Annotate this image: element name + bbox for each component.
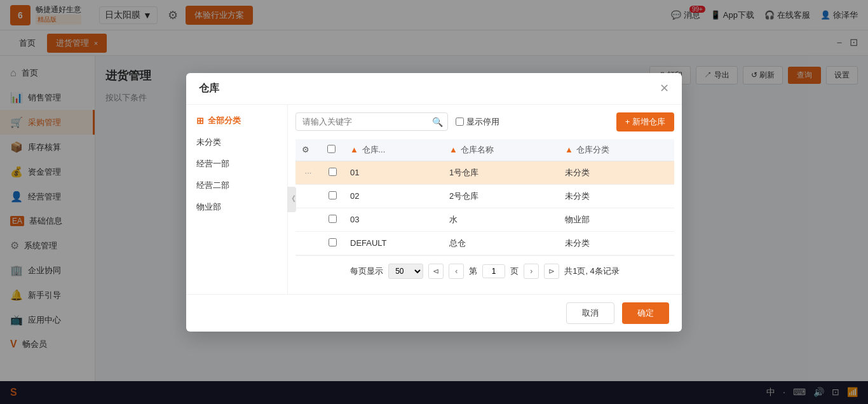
row-name-cell: 水 [443,208,559,231]
row-code-cell: 02 [344,184,443,208]
row-category-cell: 物业部 [559,208,674,231]
row-actions-cell [295,208,321,231]
search-input-wrap: 🔍 [295,112,448,131]
search-input[interactable] [295,112,448,131]
row-category-cell: 未分类 [559,231,674,255]
row-name-cell: 2号仓库 [443,184,559,208]
col-category-header[interactable]: ▲ 仓库分类 [559,139,674,161]
category-panel: ⊞ 全部分类 未分类 经营一部 经营二部 物业部 《 [186,105,288,294]
dialog-footer: 取消 确定 [186,294,682,332]
row-category-cell: 未分类 [559,184,674,208]
col-code-header[interactable]: ▲ 仓库... [344,139,443,161]
last-page-button[interactable]: ⊳ [544,264,559,279]
row-actions-cell: ··· [295,161,321,184]
total-info: 共1页, 4条记录 [564,266,620,277]
category-all[interactable]: ⊞ 全部分类 [186,110,287,131]
col-check-header [321,139,344,161]
table-panel: 🔍 显示停用 + 新增仓库 ⚙ [288,105,682,294]
table-row[interactable]: DEFAULT 总仓 未分类 [295,231,674,255]
warehouse-dialog: 仓库 ✕ ⊞ 全部分类 未分类 经营一部 经营二部 [186,73,682,332]
sort-icon-cat: ▲ [565,145,573,154]
row-actions-cell [295,184,321,208]
category-dept2[interactable]: 经营二部 [186,175,287,196]
select-all-checkbox[interactable] [327,145,336,153]
row-checkbox[interactable] [329,215,337,223]
prev-page-button[interactable]: ‹ [449,264,464,279]
table-toolbar: 🔍 显示停用 + 新增仓库 [295,112,674,131]
next-page-button[interactable]: › [524,264,539,279]
table-row[interactable]: 02 2号仓库 未分类 [295,184,674,208]
category-property[interactable]: 物业部 [186,196,287,218]
row-check-cell [321,184,344,208]
add-warehouse-button[interactable]: + 新增仓库 [616,112,674,131]
pagination: 每页显示 50 20 100 ⊲ ‹ 第 页 › ⊳ 共1页, 4条记录 [295,255,674,286]
sort-icon: ▲ [350,145,358,154]
dialog-title: 仓库 [199,82,219,95]
page-label: 第 [469,266,477,277]
page-number-input[interactable] [482,264,505,278]
category-dept1[interactable]: 经营一部 [186,153,287,175]
row-name-cell: 1号仓库 [443,161,559,184]
per-page-select[interactable]: 50 20 100 [388,264,423,279]
first-page-button[interactable]: ⊲ [428,264,444,279]
row-check-cell [321,161,344,184]
page-suffix: 页 [510,266,519,277]
category-collapse-button[interactable]: 《 [287,187,296,212]
table-row[interactable]: 03 水 物业部 [295,208,674,231]
sort-icon-name: ▲ [449,145,458,154]
col-name-header[interactable]: ▲ 仓库名称 [443,139,559,161]
show-disabled-label[interactable]: 显示停用 [456,116,499,128]
show-disabled-checkbox[interactable] [456,118,464,126]
gear-icon: ⚙ [302,145,309,154]
row-actions-cell [295,231,321,255]
confirm-button[interactable]: 确定 [622,302,669,324]
row-code-cell: 03 [344,208,443,231]
dialog-close-icon[interactable]: ✕ [660,83,669,94]
row-name-cell: 总仓 [443,231,559,255]
grid-icon: ⊞ [196,116,204,126]
row-checkbox[interactable] [329,238,337,246]
row-category-cell: 未分类 [559,161,674,184]
row-checkbox[interactable] [329,191,337,199]
modal-overlay[interactable]: 仓库 ✕ ⊞ 全部分类 未分类 经营一部 经营二部 [0,0,868,404]
row-check-cell [321,231,344,255]
dialog-body: ⊞ 全部分类 未分类 经营一部 经营二部 物业部 《 [186,105,682,294]
table-row[interactable]: ··· 01 1号仓库 未分类 [295,161,674,184]
row-code-cell: DEFAULT [344,231,443,255]
row-more-icon[interactable]: ··· [305,168,312,177]
category-uncategorized[interactable]: 未分类 [186,131,287,153]
search-icon: 🔍 [432,117,443,127]
row-checkbox[interactable] [329,168,337,176]
col-gear-header: ⚙ [295,139,321,161]
dialog-header: 仓库 ✕ [186,73,682,105]
warehouse-table: ⚙ ▲ 仓库... ▲ 仓库名称 [295,139,674,255]
cancel-button[interactable]: 取消 [566,302,614,324]
per-page-label: 每页显示 [350,266,383,277]
row-code-cell: 01 [344,161,443,184]
row-check-cell [321,208,344,231]
